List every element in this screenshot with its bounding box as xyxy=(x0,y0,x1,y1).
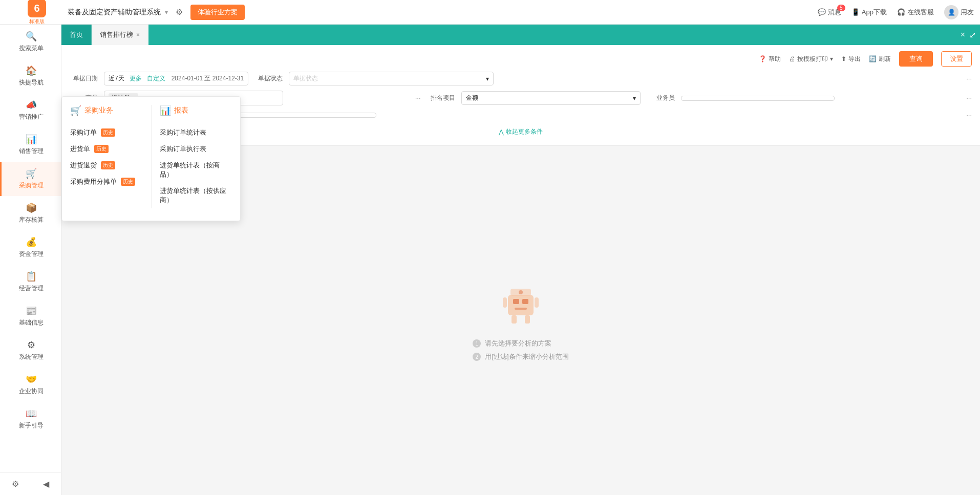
purchase-order-hist: 历史 xyxy=(101,128,115,137)
logo-tag: 标准版 xyxy=(29,18,45,25)
salesperson-dots[interactable]: ··· xyxy=(966,94,972,102)
rank-value: 金额 xyxy=(466,94,478,102)
online-service-action[interactable]: 🎧 在线客服 xyxy=(897,8,934,17)
sidebar-item-label: 基础信息 xyxy=(19,318,44,327)
salesperson-control[interactable] xyxy=(681,96,835,101)
sidebar-item-marketing[interactable]: 📣 营销推广 xyxy=(0,93,61,127)
query-button[interactable]: 查询 xyxy=(899,51,933,67)
dropdown-item-order-exec[interactable]: 采购订单执行表 xyxy=(160,141,232,157)
date-custom[interactable]: 自定义 xyxy=(147,74,165,83)
inbound-label: 进货单 xyxy=(70,144,90,154)
goods-dots[interactable]: ··· xyxy=(415,94,421,102)
tab-close-window-icon[interactable]: × xyxy=(961,30,965,39)
svg-rect-4 xyxy=(503,297,507,308)
date-control[interactable]: 近7天 更多 自定义 2024-01-01 至 2024-12-31 xyxy=(104,72,248,85)
sidebar-item-newbie[interactable]: 📖 新手引导 xyxy=(0,402,61,436)
settings-bottom-icon[interactable]: ⚙ xyxy=(12,479,19,489)
status-dots[interactable]: ··· xyxy=(966,75,972,82)
dropdown-item-inbound-stat-goods[interactable]: 进货单统计表（按商品） xyxy=(160,157,232,183)
salesperson-label: 业务员 xyxy=(647,94,675,102)
empty-state: 1 请先选择要分析的方案 2 用[过滤]条件来缩小分析范围 xyxy=(473,279,568,361)
online-service-label: 在线客服 xyxy=(907,8,934,17)
refresh-action[interactable]: 🔄 刷新 xyxy=(869,55,891,63)
chart-icon: 📊 xyxy=(26,134,37,145)
main-layout: 🔍 搜索菜单 🏠 快捷导航 📣 营销推广 📊 销售管理 🛒 采购管理 📦 库存核… xyxy=(0,25,980,495)
dropdown-item-return[interactable]: 进货退货 历史 xyxy=(70,157,143,174)
filter-top-actions: ❓ 帮助 🖨 按模板打印 ▾ ⬆ 导出 🔄 刷新 查询 设置 xyxy=(70,51,972,67)
svg-rect-0 xyxy=(508,295,534,315)
collapse-text: 收起更多条件 xyxy=(506,127,543,136)
close-tab-icon[interactable]: × xyxy=(136,31,140,38)
date-label: 单据日期 xyxy=(70,74,98,83)
industry-button[interactable]: 体验行业方案 xyxy=(190,5,245,20)
message-action[interactable]: 💬 消息 5 xyxy=(818,8,841,17)
collapse-up-icon: ⋀ xyxy=(499,128,504,136)
rank-control[interactable]: 金额 ▾ xyxy=(461,91,641,105)
export-label: 导出 xyxy=(848,55,861,63)
svg-rect-6 xyxy=(512,315,517,324)
dropdown-item-expense[interactable]: 采购费用分摊单 历史 xyxy=(70,174,143,190)
clipboard-icon: 📋 xyxy=(26,271,37,282)
set-button[interactable]: 设置 xyxy=(941,51,972,67)
sidebar-item-operation[interactable]: 📋 经营管理 xyxy=(0,265,61,299)
content-area: 首页 销售排行榜 × × ⤢ ❓ 帮助 🖨 按模板打印 xyxy=(61,25,980,495)
system-title-area: 装备及固定资产辅助管理系统 ▾ ⚙ 体验行业方案 xyxy=(68,5,818,20)
user-action[interactable]: 👤 用友 xyxy=(944,5,974,19)
help-icon: ❓ xyxy=(759,55,766,62)
money-icon: 💰 xyxy=(26,236,37,248)
export-action[interactable]: ⬆ 导出 xyxy=(841,55,861,63)
sidebar-item-finance[interactable]: 💰 资金管理 xyxy=(0,230,61,265)
collapse-icon[interactable]: ◀ xyxy=(43,479,49,489)
return-hist: 历史 xyxy=(101,161,115,169)
tab-restore-icon[interactable]: ⤢ xyxy=(969,30,976,40)
report-col-icon: 📊 xyxy=(160,105,171,116)
header-right: 💬 消息 5 📱 App下载 🎧 在线客服 👤 用友 xyxy=(818,5,974,19)
help-action[interactable]: ❓ 帮助 xyxy=(759,55,781,63)
sidebar: 🔍 搜索菜单 🏠 快捷导航 📣 营销推广 📊 销售管理 🛒 采购管理 📦 库存核… xyxy=(0,25,61,495)
dropdown-col-purchase: 🛒 采购业务 采购订单 历史 进货单 历史 进货退货 历史 采购费用分摊单 历史 xyxy=(70,105,143,208)
book-icon: 📖 xyxy=(26,408,37,419)
customer-dots[interactable]: ··· xyxy=(966,111,972,119)
purchase-order-label: 采购订单 xyxy=(70,128,97,137)
dropdown-col-report: 📊 报表 采购订单统计表 采购订单执行表 进货单统计表（按商品） 进货单统计表（… xyxy=(160,105,232,208)
order-exec-label: 采购订单执行表 xyxy=(160,144,206,154)
sidebar-item-search[interactable]: 🔍 搜索菜单 xyxy=(0,25,61,59)
empty-line-1: 1 请先选择要分析的方案 xyxy=(473,339,568,348)
sidebar-item-label: 系统管理 xyxy=(19,353,44,361)
order-stat-label: 采购订单统计表 xyxy=(160,128,206,137)
dropdown-item-purchase-order[interactable]: 采购订单 历史 xyxy=(70,124,143,141)
dropdown-item-inbound[interactable]: 进货单 历史 xyxy=(70,141,143,157)
dropdown-col1-header: 🛒 采购业务 xyxy=(70,105,143,119)
tab-home-label: 首页 xyxy=(70,30,83,39)
tab-home[interactable]: 首页 xyxy=(61,25,92,45)
dropdown-item-inbound-stat-supplier[interactable]: 进货单统计表（按供应商） xyxy=(160,183,232,208)
print-dropdown-icon: ▾ xyxy=(830,55,833,62)
app-logo: 6 xyxy=(28,0,46,17)
search-icon: 🔍 xyxy=(26,31,37,42)
status-dropdown-icon: ▾ xyxy=(486,75,489,82)
sidebar-item-quick-nav[interactable]: 🏠 快捷导航 xyxy=(0,59,61,93)
sidebar-item-enterprise[interactable]: 🤝 企业协同 xyxy=(0,368,61,402)
sidebar-item-basic[interactable]: 📰 基础信息 xyxy=(0,299,61,333)
app-download-action[interactable]: 📱 App下载 xyxy=(851,8,887,17)
news-icon: 📰 xyxy=(26,305,37,316)
template-print-action[interactable]: 🖨 按模板打印 ▾ xyxy=(789,55,833,63)
sidebar-item-label: 企业协同 xyxy=(19,387,44,396)
status-control[interactable]: 单据状态 ▾ xyxy=(289,72,494,85)
tab-sales-rank[interactable]: 销售排行榜 × xyxy=(92,25,148,45)
dropdown-col1-title: 采购业务 xyxy=(84,106,113,115)
sidebar-item-purchase[interactable]: 🛒 采购管理 xyxy=(0,162,61,196)
empty-line-2-text: 用[过滤]条件来缩小分析范围 xyxy=(485,352,568,361)
sidebar-item-system[interactable]: ⚙ 系统管理 xyxy=(0,333,61,368)
title-dropdown-icon[interactable]: ▾ xyxy=(165,9,168,16)
megaphone-icon: 📣 xyxy=(26,99,37,111)
gear-icon[interactable]: ⚙ xyxy=(172,5,186,19)
inbound-stat-supplier-label: 进货单统计表（按供应商） xyxy=(160,186,232,205)
dropdown-item-order-stat[interactable]: 采购订单统计表 xyxy=(160,124,232,141)
sidebar-item-label: 新手引导 xyxy=(19,421,44,430)
empty-line-1-text: 请先选择要分析的方案 xyxy=(485,339,551,348)
sidebar-item-sales[interactable]: 📊 销售管理 xyxy=(0,127,61,162)
date-more[interactable]: 更多 xyxy=(130,74,142,83)
sidebar-item-inventory[interactable]: 📦 库存核算 xyxy=(0,196,61,230)
print-icon: 🖨 xyxy=(789,55,795,62)
